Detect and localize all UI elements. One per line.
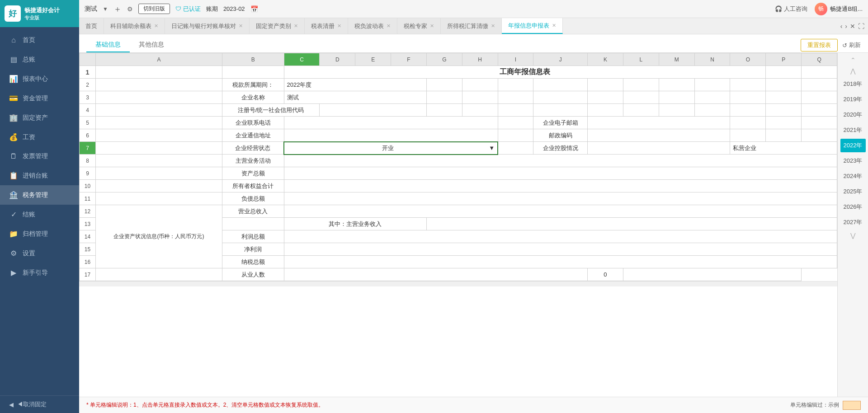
year-item-2019[interactable]: 2019年 bbox=[840, 93, 866, 106]
cell-2-A[interactable] bbox=[96, 79, 222, 91]
tab-balance-close[interactable]: ✕ bbox=[154, 23, 158, 29]
cell-12-B[interactable]: 营业总收入 bbox=[222, 205, 284, 218]
cell-2-B[interactable]: 税款所属期间： bbox=[222, 79, 284, 91]
cell-3-G[interactable] bbox=[426, 91, 462, 104]
col-header-O[interactable]: O bbox=[730, 53, 766, 66]
cell-2-J[interactable] bbox=[533, 79, 588, 91]
tab-annual[interactable]: 年报信息申报表 ✕ bbox=[502, 18, 563, 34]
tab-taxexpert[interactable]: 税检专家 ✕ bbox=[397, 18, 441, 34]
sidebar-item-invoice[interactable]: 🗒 发票管理 bbox=[0, 147, 79, 166]
col-header-N[interactable]: N bbox=[694, 53, 730, 66]
tab-incometax[interactable]: 所得税汇算清缴 ✕ bbox=[441, 18, 502, 34]
cell-8-B[interactable]: 主营业务活动 bbox=[222, 155, 284, 167]
cell-2-K[interactable] bbox=[588, 79, 623, 91]
sidebar-item-inout[interactable]: 📋 进销台账 bbox=[0, 166, 79, 185]
tab-journal[interactable]: 日记账与银行对账单核对 ✕ bbox=[165, 18, 250, 34]
cell-3-M[interactable] bbox=[659, 91, 694, 104]
cell-2-L[interactable] bbox=[623, 79, 659, 91]
cell-4-Q[interactable] bbox=[802, 104, 837, 117]
cell-4-O[interactable] bbox=[730, 104, 766, 117]
cell-17-L[interactable] bbox=[623, 268, 801, 281]
cell-7-K[interactable] bbox=[588, 142, 730, 155]
sidebar-item-guide[interactable]: ▶ 新手引导 bbox=[0, 263, 79, 282]
sidebar-item-close[interactable]: ✓ 结账 bbox=[0, 205, 79, 224]
year-scroll-up-icon[interactable]: ⋀ bbox=[838, 66, 868, 76]
year-item-2027[interactable]: 2027年 bbox=[840, 216, 866, 229]
cell-3-O[interactable] bbox=[730, 91, 766, 104]
cell-7-J[interactable]: 企业控股情况 bbox=[533, 142, 588, 155]
year-item-2023[interactable]: 2023年 bbox=[840, 154, 866, 168]
col-header-F[interactable]: F bbox=[391, 53, 427, 66]
cell-4-K[interactable] bbox=[588, 104, 623, 117]
cell-8-A[interactable] bbox=[96, 155, 222, 167]
cell-1-B[interactable] bbox=[222, 66, 284, 79]
cell-4-M[interactable] bbox=[659, 104, 694, 117]
cell-3-C[interactable]: 测试 bbox=[284, 91, 426, 104]
cell-14-B[interactable]: 利润总额 bbox=[222, 230, 284, 243]
cell-2-P[interactable] bbox=[766, 79, 802, 91]
cell-17-B[interactable]: 从业人数 bbox=[222, 268, 284, 281]
cell-13-G[interactable] bbox=[426, 218, 837, 230]
cell-2-Q[interactable] bbox=[802, 79, 837, 91]
cell-2-I[interactable] bbox=[498, 79, 533, 91]
tab-balance[interactable]: 科目辅助余额表 ✕ bbox=[104, 18, 165, 34]
sidebar-collapse-button[interactable]: ◀ ◀取消固定 bbox=[0, 395, 79, 413]
cell-2-N[interactable] bbox=[694, 79, 730, 91]
cell-3-Q[interactable] bbox=[802, 91, 837, 104]
cell-5-A[interactable] bbox=[96, 117, 222, 129]
dropdown-arrow-icon[interactable]: ▼ bbox=[489, 145, 495, 151]
year-scroll-down-icon[interactable]: ⋁ bbox=[838, 230, 868, 241]
year-item-2025[interactable]: 2025年 bbox=[840, 185, 866, 198]
cell-13-C[interactable]: 其中：主营业务收入 bbox=[284, 218, 426, 230]
col-header-Q[interactable]: Q bbox=[802, 53, 837, 66]
subtab-basic[interactable]: 基础信息 bbox=[86, 38, 130, 52]
cell-7-C[interactable]: 开业 ▼ bbox=[284, 142, 498, 155]
year-item-2018[interactable]: 2018年 bbox=[840, 77, 866, 91]
col-header-K[interactable]: K bbox=[588, 53, 623, 66]
cell-10-A[interactable] bbox=[96, 180, 222, 192]
cell-6-K[interactable] bbox=[588, 129, 730, 142]
cell-3-L[interactable] bbox=[623, 91, 659, 104]
year-item-2022[interactable]: 2022年 bbox=[840, 139, 866, 152]
subtab-other[interactable]: 其他信息 bbox=[130, 38, 173, 52]
cell-16-B[interactable]: 纳税总额 bbox=[222, 256, 284, 268]
sidebar-item-assets[interactable]: 🏢 固定资产 bbox=[0, 108, 79, 127]
tab-taxwave-close[interactable]: ✕ bbox=[387, 23, 391, 29]
tab-annual-close[interactable]: ✕ bbox=[552, 23, 556, 28]
sidebar-item-home[interactable]: ⌂ 首页 bbox=[0, 31, 79, 50]
tab-taxlist[interactable]: 税表清册 ✕ bbox=[305, 18, 348, 34]
cell-6-C[interactable] bbox=[284, 129, 498, 142]
tab-taxlist-close[interactable]: ✕ bbox=[337, 23, 341, 29]
col-header-P[interactable]: P bbox=[766, 53, 802, 66]
cell-7-A[interactable] bbox=[96, 142, 222, 155]
cell-11-B[interactable]: 负债总额 bbox=[222, 192, 284, 205]
cell-9-B[interactable]: 资产总额 bbox=[222, 167, 284, 180]
sidebar-item-settings[interactable]: ⚙ 设置 bbox=[0, 244, 79, 263]
refresh-button[interactable]: ↺ 刷新 bbox=[842, 41, 861, 49]
cell-7-I[interactable] bbox=[498, 142, 533, 155]
col-header-D[interactable]: D bbox=[320, 53, 355, 66]
col-header-E[interactable]: E bbox=[355, 53, 391, 66]
sidebar-item-salary[interactable]: 💰 工资 bbox=[0, 127, 79, 147]
sidebar-item-tax[interactable]: 🏦 税务管理 bbox=[0, 185, 79, 205]
tab-fixedasset-close[interactable]: ✕ bbox=[294, 23, 298, 29]
year-item-2020[interactable]: 2020年 bbox=[840, 108, 866, 122]
cell-5-J[interactable]: 企业电子邮箱 bbox=[533, 117, 588, 129]
cell-2-C[interactable]: 2022年度 bbox=[284, 79, 426, 91]
cell-17-K[interactable]: 0 bbox=[588, 268, 623, 281]
col-header-C[interactable]: C bbox=[284, 53, 320, 66]
cell-6-A[interactable] bbox=[96, 129, 222, 142]
cell-6-B[interactable]: 企业通信地址 bbox=[222, 129, 284, 142]
cell-3-N[interactable] bbox=[694, 91, 730, 104]
cell-6-J[interactable]: 邮政编码 bbox=[533, 129, 588, 142]
cell-10-C[interactable] bbox=[284, 180, 837, 192]
cell-6-I[interactable] bbox=[498, 129, 533, 142]
cell-3-I[interactable] bbox=[498, 91, 533, 104]
topbar-gear-icon[interactable]: ⚙ bbox=[127, 5, 133, 13]
cell-15-C[interactable] bbox=[284, 243, 837, 256]
cell-1-title[interactable]: 工商年报信息表 bbox=[284, 66, 766, 79]
topbar-add-icon[interactable]: ＋ bbox=[113, 4, 122, 14]
cell-4-N[interactable] bbox=[694, 104, 730, 117]
cell-7-B[interactable]: 企业经营状态 bbox=[222, 142, 284, 155]
cell-13-B[interactable] bbox=[222, 218, 284, 230]
